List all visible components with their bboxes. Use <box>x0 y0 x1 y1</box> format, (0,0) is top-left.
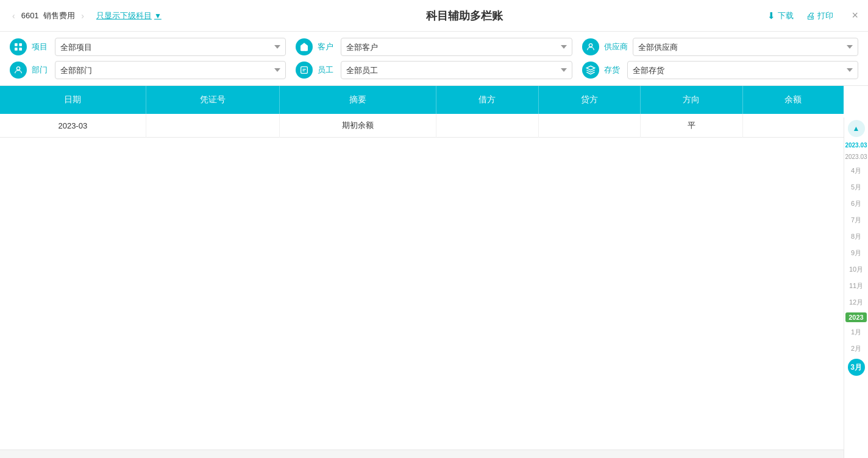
timeline-item-10[interactable]: 10月 <box>844 261 868 278</box>
header-actions: ⬇ 下载 🖨 打印 × <box>767 9 858 22</box>
col-credit: 贷方 <box>538 86 641 114</box>
print-icon: 🖨 <box>806 10 815 21</box>
customer-select[interactable]: 全部客户 <box>341 38 572 56</box>
timeline-up-button[interactable]: ▲ <box>848 120 865 137</box>
inventory-icon <box>582 62 599 79</box>
svg-rect-1 <box>19 43 22 46</box>
filter-area: 项目 全部项目 客户 全部客户 供应商 全部供应商 <box>0 32 868 86</box>
timeline-item-8[interactable]: 8月 <box>844 228 868 245</box>
col-summary: 摘要 <box>280 86 436 114</box>
cell-credit <box>538 114 641 138</box>
account-name: 销售费用 <box>43 11 75 20</box>
customer-label: 客户 <box>318 41 336 52</box>
col-voucher: 凭证号 <box>146 86 280 114</box>
timeline-item-6[interactable]: 6月 <box>844 196 868 212</box>
nav-prev-button[interactable]: ‹ <box>10 10 18 22</box>
timeline-panel: ▲ 2023.03 2023.03 4月 5月 6月 7月 8月 9月 10月 … <box>844 118 868 458</box>
cell-debit <box>436 114 539 138</box>
table-header-row: 日期 凭证号 摘要 借方 贷方 方向 余额 <box>0 86 844 114</box>
cell-date: 2023-03 <box>0 114 146 138</box>
timeline-item-3-active[interactable]: 3月 <box>848 359 865 376</box>
cell-summary: 期初余额 <box>280 114 436 138</box>
svg-rect-3 <box>19 48 22 51</box>
employee-label: 员工 <box>318 65 336 76</box>
timeline-year-2023[interactable]: 2023 <box>845 312 866 322</box>
svg-rect-2 <box>15 48 18 51</box>
cell-balance <box>742 114 844 138</box>
bottom-scrollbar[interactable] <box>0 449 844 458</box>
show-sub-select[interactable]: 只显示下级科目 ▼ <box>96 10 162 21</box>
col-direction: 方向 <box>641 86 743 114</box>
timeline-item-1[interactable]: 1月 <box>844 324 868 340</box>
show-sub-label: 只显示下级科目 <box>96 10 152 21</box>
timeline-item-4[interactable]: 4月 <box>844 163 868 179</box>
filter-supplier: 供应商 全部供应商 <box>582 38 858 56</box>
inventory-label: 存货 <box>604 65 622 76</box>
timeline-item-2[interactable]: 2月 <box>844 340 868 357</box>
download-icon: ⬇ <box>767 10 775 21</box>
supplier-select[interactable]: 全部供应商 <box>633 38 858 56</box>
ledger-table: 日期 凭证号 摘要 借方 贷方 方向 余额 2023-03期初余额平 <box>0 86 844 138</box>
supplier-label: 供应商 <box>604 41 628 52</box>
account-code-label: 6601 销售费用 <box>21 10 76 21</box>
cell-direction: 平 <box>641 114 743 138</box>
cell-voucher <box>146 114 280 138</box>
account-nav: ‹ 6601 销售费用 › <box>10 10 87 22</box>
timeline-item-12[interactable]: 12月 <box>844 294 868 311</box>
department-select[interactable]: 全部部门 <box>55 61 286 79</box>
main-container: ‹ 6601 销售费用 › 只显示下级科目 ▼ 科目辅助多栏账 ⬇ 下载 🖨 打… <box>0 0 868 458</box>
project-icon <box>10 38 27 55</box>
filter-employee: 员工 全部员工 <box>296 61 572 79</box>
table-wrapper: 日期 凭证号 摘要 借方 贷方 方向 余额 2023-03期初余额平 <box>0 86 844 449</box>
filter-department: 部门 全部部门 <box>10 61 286 79</box>
filter-customer: 客户 全部客户 <box>296 38 572 56</box>
timeline-item-11[interactable]: 11月 <box>844 278 868 294</box>
filter-inventory: 存货 全部存货 <box>582 61 858 79</box>
header-bar: ‹ 6601 销售费用 › 只显示下级科目 ▼ 科目辅助多栏账 ⬇ 下载 🖨 打… <box>0 0 868 32</box>
svg-point-5 <box>16 67 20 70</box>
col-debit: 借方 <box>436 86 539 114</box>
account-code: 6601 <box>21 11 39 20</box>
project-select[interactable]: 全部项目 <box>55 38 286 56</box>
inventory-select[interactable]: 全部存货 <box>627 61 858 79</box>
download-button[interactable]: ⬇ 下载 <box>767 10 794 21</box>
timeline-item-5[interactable]: 5月 <box>844 179 868 196</box>
employee-select[interactable]: 全部员工 <box>341 61 572 79</box>
table-row[interactable]: 2023-03期初余额平 <box>0 114 844 138</box>
timeline-item-2023-03-2[interactable]: 2023.03 <box>844 151 868 163</box>
svg-rect-0 <box>15 43 18 46</box>
nav-next-button[interactable]: › <box>79 10 87 22</box>
employee-icon <box>296 62 313 79</box>
timeline-item-9[interactable]: 9月 <box>844 245 868 261</box>
department-icon <box>10 62 27 79</box>
page-title: 科目辅助多栏账 <box>162 9 768 23</box>
timeline-item-7[interactable]: 7月 <box>844 212 868 228</box>
timeline-item-2023-03-1[interactable]: 2023.03 <box>844 139 868 151</box>
svg-point-4 <box>589 44 592 47</box>
download-label: 下载 <box>778 10 794 21</box>
filter-project: 项目 全部项目 <box>10 38 286 56</box>
table-scroll[interactable]: 日期 凭证号 摘要 借方 贷方 方向 余额 2023-03期初余额平 <box>0 86 844 449</box>
col-date: 日期 <box>0 86 146 114</box>
customer-icon <box>296 38 313 55</box>
project-label: 项目 <box>32 41 50 52</box>
close-button[interactable]: × <box>852 9 858 22</box>
table-body: 2023-03期初余额平 <box>0 114 844 138</box>
col-balance: 余额 <box>742 86 844 114</box>
show-sub-arrow-icon: ▼ <box>154 12 162 20</box>
department-label: 部门 <box>32 65 50 76</box>
supplier-icon <box>582 38 599 55</box>
svg-rect-6 <box>301 67 308 74</box>
print-label: 打印 <box>817 10 833 21</box>
print-button[interactable]: 🖨 打印 <box>806 10 833 21</box>
